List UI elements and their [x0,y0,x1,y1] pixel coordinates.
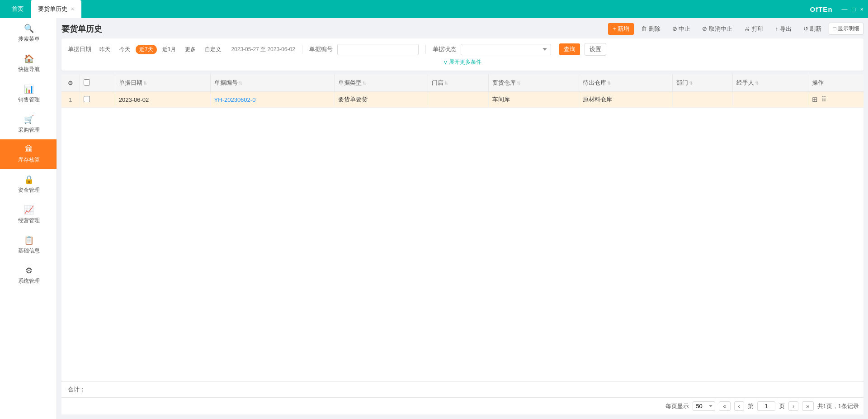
date-option-1month[interactable]: 近1月 [159,45,180,54]
next-page-btn[interactable]: › [788,401,798,411]
page-header: 要货单历史 + 新增 🗑 删除 ⊘ 中止 ⊘ 取消中止 🖨 打印 ↑ 导出 ↺ … [61,23,863,35]
pagination-bar: 每页显示 50 20 100 « ‹ 第 页 › » 共1页，1条记录 [61,397,863,414]
sidebar-item-label-basic-info: 基础信息 [18,247,40,255]
th-settings[interactable]: ⚙ [61,74,80,92]
td-pending-warehouse: 原材料仓库 [579,92,672,108]
th-store[interactable]: 门店 ⇅ [428,74,489,92]
td-date: 2023-06-02 [115,92,210,108]
purchase-icon: 🛒 [24,114,34,124]
filter-row-1: 单据日期 昨天 今天 近7天 近1月 更多 自定义 2023-05-27 至 2… [68,43,857,56]
req-warehouse-sort-icon: ⇅ [517,81,520,86]
date-sort-icon: ⇅ [143,81,147,86]
edit-icon[interactable]: ⊞ [812,95,818,104]
sales-icon: 📊 [24,84,34,94]
sidebar-item-finance[interactable]: 🔒 资金管理 [0,169,57,200]
table-header-row: ⚙ 单据日期 ⇅ [61,74,863,92]
date-option-yesterday[interactable]: 昨天 [96,45,114,54]
th-dept[interactable]: 部门 ⇅ [672,74,733,92]
sidebar-item-label-inventory: 库存核算 [18,156,40,164]
last-page-btn[interactable]: » [802,401,813,411]
tab-requisition-history[interactable]: 要货单历史 × [31,0,81,18]
order-no-link[interactable]: YH-20230602-0 [214,96,256,103]
sidebar: 🔍 搜索菜单 🏠 快捷导航 📊 销售管理 🛒 采购管理 🏛 库存核算 🔒 资金管… [0,18,57,419]
order-no-input[interactable] [337,44,419,55]
page-input[interactable] [757,401,775,411]
select-all-checkbox[interactable] [84,79,90,86]
first-page-btn[interactable]: « [719,401,730,411]
sidebar-item-sales[interactable]: 📊 销售管理 [0,79,57,109]
prev-page-btn[interactable]: ‹ [734,401,744,411]
td-handler [733,92,808,108]
settings-button[interactable]: 设置 [585,43,606,56]
no-sort-icon: ⇅ [239,81,242,86]
sidebar-item-quick-nav[interactable]: 🏠 快捷导航 [0,48,57,79]
th-type[interactable]: 单据类型 ⇅ [335,74,428,92]
th-no[interactable]: 单据编号 ⇅ [210,74,335,92]
expand-filter[interactable]: ∨ 展开更多条件 [68,58,857,66]
print-button[interactable]: 🖨 打印 [740,23,768,35]
sidebar-item-label-operation: 经营管理 [18,217,40,224]
status-label: 单据状态 [433,45,456,53]
content-wrapper: ⚙ 单据日期 ⇅ [61,74,863,414]
total-label: 共1页，1条记录 [817,402,859,410]
sidebar-item-basic-info[interactable]: 📋 基础信息 [0,230,57,260]
display-detail-button[interactable]: □ 显示明细 [829,23,863,35]
expand-label: 展开更多条件 [449,58,481,66]
date-option-more[interactable]: 更多 [181,45,199,54]
page-label: 第 [748,402,754,410]
sidebar-item-inventory[interactable]: 🏛 库存核算 [0,139,57,169]
td-req-warehouse: 车间库 [489,92,579,108]
system-icon: ⚙ [25,266,33,276]
sidebar-item-label-sales: 销售管理 [18,96,40,104]
td-no[interactable]: YH-20230602-0 [210,92,335,108]
brand-logo: OfTEn [810,5,833,13]
tab-close-icon[interactable]: × [71,6,74,12]
td-store [428,92,489,108]
page-title: 要货单历史 [61,24,102,34]
sidebar-item-label-quick-nav: 快捷导航 [18,66,40,73]
sidebar-item-label-purchase: 采购管理 [18,126,40,134]
th-checkbox [80,74,115,92]
stop-button[interactable]: ⊘ 中止 [668,23,695,35]
per-page-select[interactable]: 50 20 100 [693,401,715,411]
content-area: 要货单历史 + 新增 🗑 删除 ⊘ 中止 ⊘ 取消中止 🖨 打印 ↑ 导出 ↺ … [57,18,868,419]
sidebar-item-search[interactable]: 🔍 搜索菜单 [0,18,57,48]
finance-icon: 🔒 [24,175,34,185]
window-minimize-btn[interactable]: — [842,6,848,13]
date-option-custom[interactable]: 自定义 [201,45,225,54]
row-checkbox[interactable] [84,96,90,102]
date-range-text: 2023-05-27 至 2023-06-02 [231,46,295,53]
sidebar-item-purchase[interactable]: 🛒 采购管理 [0,109,57,139]
refresh-button[interactable]: ↺ 刷新 [799,23,826,35]
type-sort-icon: ⇅ [363,81,366,86]
pending-warehouse-sort-icon: ⇅ [607,81,611,86]
search-menu-icon: 🔍 [24,24,34,33]
inventory-icon: 🏛 [25,145,33,154]
window-close-btn[interactable]: × [860,6,863,13]
new-button[interactable]: + 新增 [608,23,634,35]
more-icon[interactable]: ⠿ [821,95,826,104]
window-maximize-btn[interactable]: □ [852,6,856,13]
tab-home[interactable]: 首页 [5,0,31,18]
date-option-7days[interactable]: 近7天 [136,45,157,54]
filter-divider-2 [425,45,426,54]
tab-requisition-label: 要货单历史 [38,5,67,13]
summary-label: 合计： [68,386,85,394]
sidebar-item-operation[interactable]: 📈 经营管理 [0,200,57,230]
td-num: 1 [61,92,80,108]
table-row: 1 2023-06-02 YH-20230602-0 要货单要货 车间库 [61,92,863,108]
cancel-stop-button[interactable]: ⊘ 取消中止 [698,23,737,35]
order-no-label: 单据编号 [309,45,333,53]
th-req-warehouse[interactable]: 要货仓库 ⇅ [489,74,579,92]
th-handler[interactable]: 经手人 ⇅ [733,74,808,92]
th-action: 操作 [808,74,863,92]
query-button[interactable]: 查询 [559,43,580,55]
delete-button[interactable]: 🗑 删除 [637,23,665,35]
date-options: 昨天 今天 近7天 近1月 更多 自定义 [96,45,225,54]
export-button[interactable]: ↑ 导出 [771,23,796,35]
date-option-today[interactable]: 今天 [116,45,134,54]
sidebar-item-system[interactable]: ⚙ 系统管理 [0,260,57,290]
th-date[interactable]: 单据日期 ⇅ [115,74,210,92]
th-pending-warehouse[interactable]: 待出仓库 ⇅ [579,74,672,92]
status-select[interactable] [461,44,551,55]
